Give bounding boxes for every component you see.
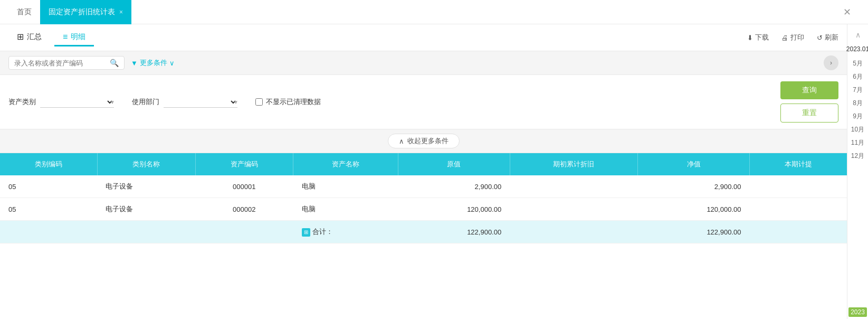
col-header-accumulated-dep: 期初累计折旧 [510,153,637,175]
search-input[interactable] [14,59,106,67]
window-close-button[interactable]: ✕ [835,6,860,18]
tab-detail[interactable]: ≡ 明细 [54,29,94,46]
category-label: 资产类别 [8,97,36,107]
tab-summary[interactable]: ⊞ 汇总 [8,29,50,46]
hide-cleared-label: 不显示已清理数据 [266,97,321,107]
table-body: 05 电子设备 000001 电脑 2,900.00 2,900.00 05 电… [0,175,847,243]
hide-cleared-checkbox-item[interactable]: 不显示已清理数据 [255,97,321,107]
total-original-value: 122,900.00 [398,221,510,243]
department-label: 使用部门 [132,97,159,107]
col-header-asset-name: 资产名称 [293,153,398,175]
sidebar-months-list: 5月6月7月8月9月10月11月12月 [851,57,864,163]
filter-buttons: 查询 重置 [780,81,838,123]
right-sidebar: ∧ 2023.01 5月6月7月8月9月10月11月12月 2023 [847,24,868,319]
total-label: ⊞合计： [293,221,398,243]
hide-cleared-checkbox[interactable] [255,98,263,106]
download-label: 下载 [755,33,769,42]
sidebar-month-item[interactable]: 6月 [851,70,864,83]
table-row: 05 电子设备 000002 电脑 120,000.00 120,000.00 [0,198,847,221]
tab-summary-label: 汇总 [27,32,42,42]
col-header-category-code: 类别编码 [0,153,97,175]
collapse-conditions-button[interactable]: ∧ 收起更多条件 [388,134,460,148]
cell-asset-name: 电脑 [293,175,398,198]
search-row: 🔍 ▼ 更多条件 ∨ › [0,51,847,75]
search-row-right: › [824,55,838,70]
col-header-current-period: 本期计提 [749,153,847,175]
print-label: 打印 [790,33,804,42]
sidebar-month-item[interactable]: 12月 [851,149,864,163]
col-header-asset-code: 资产编码 [195,153,293,175]
cell-asset-code: 000001 [195,175,293,198]
toolbar-actions: ⬇ 下载 🖨 打印 ↺ 刷新 [747,33,838,42]
total-accumulated-dep [510,221,637,243]
filter-row: 资产类别 ▼ 使用部门 ▼ 不显示已清理数据 查询 重置 [0,75,847,129]
col-header-category-name: 类别名称 [97,153,195,175]
department-select[interactable] [164,96,237,108]
cell-original-value: 120,000.00 [398,198,510,221]
col-header-net-value: 净值 [638,153,750,175]
sidebar-up-button[interactable]: ∧ [853,29,863,41]
home-nav[interactable]: 首页 [8,7,40,17]
cell-category-code: 05 [0,198,97,221]
reset-button[interactable]: 重置 [780,104,838,123]
cell-original-value: 2,900.00 [398,175,510,198]
cell-category-code: 05 [0,175,97,198]
sidebar-month-item[interactable]: 5月 [851,57,864,70]
main-content: ⊞ 汇总 ≡ 明细 ⬇ 下载 🖨 打印 ↺ 刷 [0,24,868,319]
table-header-row: 类别编码 类别名称 资产编码 资产名称 原值 期初累计折旧 净值 本期计提 [0,153,847,175]
summary-icon: ⊞ [17,32,24,42]
more-conditions-label: 更多条件 [140,58,167,68]
cell-net-value: 2,900.00 [638,175,750,198]
cell-accumulated-dep [510,198,637,221]
tab-label: 固定资产折旧统计表 [49,7,115,17]
cell-asset-name: 电脑 [293,198,398,221]
cell-current-period [749,198,847,221]
filter-category: 资产类别 ▼ [8,96,115,108]
filter-icon: ▼ [131,59,138,67]
sidebar-month-item[interactable]: 7月 [851,83,864,97]
toolbar-row: ⊞ 汇总 ≡ 明细 ⬇ 下载 🖨 打印 ↺ 刷 [0,24,847,51]
sidebar-month-item[interactable]: 10月 [851,123,864,136]
category-dropdown-icon: ▼ [110,99,115,105]
cell-net-value: 120,000.00 [638,198,750,221]
detail-icon: ≡ [63,32,68,42]
more-conditions-button[interactable]: ▼ 更多条件 ∨ [131,58,175,68]
collapse-label: 收起更多条件 [407,136,449,146]
top-nav-bar: 首页 固定资产折旧统计表 × ✕ [0,0,868,24]
print-icon: 🖨 [781,34,788,42]
data-table: 类别编码 类别名称 资产编码 资产名称 原值 期初累计折旧 净值 本期计提 05… [0,153,847,243]
filter-department: 使用部门 ▼ [132,96,239,108]
sidebar-month-item[interactable]: 8月 [851,97,864,110]
cell-asset-code: 000002 [195,198,293,221]
cell-current-period [749,175,847,198]
refresh-button[interactable]: ↺ 刷新 [817,33,838,42]
close-tab-button[interactable]: × [119,8,123,16]
refresh-icon: ↺ [817,34,823,42]
download-icon: ⬇ [747,34,753,42]
left-panel: ⊞ 汇总 ≡ 明细 ⬇ 下载 🖨 打印 ↺ 刷 [0,24,847,319]
year-badge: 2023 [848,307,867,317]
search-icon: 🔍 [110,59,119,67]
collapse-row: ∧ 收起更多条件 [0,129,847,153]
period-display: 2023.01 [843,43,868,55]
department-dropdown-icon: ▼ [233,99,239,105]
sidebar-month-item[interactable]: 9月 [851,110,864,123]
total-net-value: 122,900.00 [638,221,750,243]
col-header-original-value: 原值 [398,153,510,175]
data-table-container: 类别编码 类别名称 资产编码 资产名称 原值 期初累计折旧 净值 本期计提 05… [0,153,847,319]
total-label-cell [0,221,293,243]
cell-accumulated-dep [510,175,637,198]
sidebar-month-item[interactable]: 11月 [851,136,864,149]
refresh-label: 刷新 [825,33,838,42]
search-input-wrapper[interactable]: 🔍 [8,56,125,70]
query-button[interactable]: 查询 [780,81,838,99]
cell-category-name: 电子设备 [97,198,195,221]
download-button[interactable]: ⬇ 下载 [747,33,769,42]
tab-detail-label: 明细 [71,32,85,42]
collapse-panel-button[interactable]: › [824,55,838,70]
active-tab[interactable]: 固定资产折旧统计表 × [40,0,131,24]
category-select[interactable] [40,96,114,108]
table-row: 05 电子设备 000001 电脑 2,900.00 2,900.00 [0,175,847,198]
print-button[interactable]: 🖨 打印 [781,33,804,42]
toolbar-tabs: ⊞ 汇总 ≡ 明细 [8,29,94,46]
